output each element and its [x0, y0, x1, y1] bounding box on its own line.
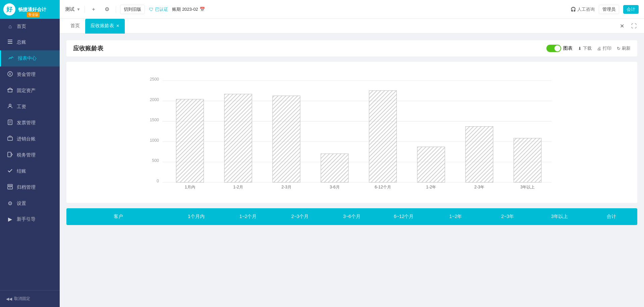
y-label-1500: 1500 [150, 118, 159, 122]
salary-icon [7, 103, 13, 110]
add-button[interactable]: + [89, 5, 98, 14]
certified-label: 已认证 [155, 6, 168, 12]
home-icon: ⌂ [7, 24, 13, 30]
toggle-thumb [554, 45, 560, 51]
sidebar: 好 畅捷通好会计 专业版 ⌂ 首页 总账 报表中心 ¥ 资金管理 [0, 0, 60, 307]
bar-2-3month [273, 96, 300, 182]
sidebar-item-salary[interactable]: 工资 [0, 99, 60, 115]
topbar-divider-1 [85, 6, 85, 13]
bar-6-12month [369, 91, 396, 182]
download-label: 下载 [583, 45, 592, 51]
page-title: 应收账龄表 [73, 44, 103, 52]
sidebar-item-invoice[interactable]: 发票管理 [0, 115, 60, 131]
service-btn[interactable]: 🎧 人工咨询 [571, 6, 595, 12]
close-tab-btn[interactable]: ✕ [617, 21, 627, 31]
x-label-3year-plus: 3年以上 [520, 185, 535, 189]
th-1month: 1个月内 [170, 208, 222, 225]
gear-icon: ⚙ [105, 6, 109, 12]
x-label-2-3month: 2-3月 [281, 185, 291, 189]
th-3year-plus: 3年以上 [534, 208, 586, 225]
certified-status: 🛡 已认证 [149, 6, 168, 12]
svg-rect-11 [8, 137, 12, 140]
table-header: 客户 1个月内 1~2个月 2~3个月 3~6个月 6~12个月 1~2年 2~… [66, 208, 637, 225]
add-icon: + [92, 6, 95, 12]
manager-label: 管理员 [602, 7, 615, 12]
x-label-2-3year: 2-3年 [474, 185, 484, 189]
sidebar-label-guide: 新手引导 [17, 216, 36, 222]
sidebar-label-archive: 归档管理 [17, 184, 36, 190]
switch-old-btn[interactable]: 切到旧版 [120, 5, 145, 14]
sidebar-item-closing[interactable]: 结账 [0, 163, 60, 179]
sidebar-item-finance[interactable]: ¥ 资金管理 [0, 67, 60, 83]
th-1-2year: 1~2年 [430, 208, 482, 225]
sidebar-item-settings[interactable]: ⚙ 设置 [0, 195, 60, 211]
expand-tab-btn[interactable]: ⛶ [629, 21, 639, 31]
sidebar-item-purchase[interactable]: 进销台账 [0, 131, 60, 147]
page-header: 应收账龄表 图表 ⬇ 下载 🖨 打印 ↻ 刷新 [66, 40, 637, 56]
sidebar-label-home: 首页 [17, 24, 26, 30]
bar-chart: 0 500 1000 1500 2000 2500 [73, 69, 631, 196]
logo-main: 畅捷通好会计 [18, 7, 46, 12]
refresh-label: 刷新 [622, 45, 631, 51]
shield-icon: 🛡 [149, 7, 154, 12]
chart-toggle[interactable]: 图表 [546, 45, 573, 52]
refresh-btn[interactable]: ↻ 刷新 [617, 45, 631, 51]
toggle-track[interactable] [546, 45, 561, 52]
svg-rect-2 [8, 43, 12, 44]
settings-button[interactable]: ⚙ [102, 5, 112, 14]
calendar-icon: 📅 [200, 7, 205, 12]
y-label-2500: 2500 [150, 77, 159, 82]
sidebar-bottom: ◀◀ 取消固定 [0, 290, 60, 307]
x-label-1-2month: 1-2月 [233, 185, 243, 189]
header-actions: 图表 ⬇ 下载 🖨 打印 ↻ 刷新 [546, 45, 631, 52]
x-label-3-6month: 3-6月 [330, 185, 340, 189]
svg-rect-5 [8, 89, 12, 92]
tab-home[interactable]: 首页 [65, 19, 85, 34]
invoice-icon [7, 120, 13, 126]
chart-toggle-label: 图表 [563, 45, 573, 51]
project-dropdown-icon: ▼ [76, 7, 80, 12]
tab-aging-label: 应收账龄表 [91, 23, 114, 29]
sidebar-label-assets: 固定资产 [17, 88, 36, 94]
tab-aging[interactable]: 应收账龄表 ✕ [85, 19, 125, 34]
sidebar-label-purchase: 进销台账 [17, 136, 36, 142]
tab-aging-close-icon[interactable]: ✕ [116, 24, 119, 28]
archive-icon [7, 184, 13, 191]
sidebar-label-tax: 税务管理 [17, 152, 36, 158]
sidebar-label-settings: 设置 [17, 201, 26, 207]
sidebar-label-reports: 报表中心 [18, 55, 37, 61]
svg-rect-12 [8, 152, 11, 157]
assets-icon [7, 87, 13, 94]
finance-icon: ¥ [7, 71, 13, 78]
download-icon: ⬇ [578, 46, 582, 51]
print-btn[interactable]: 🖨 打印 [597, 45, 611, 51]
th-customer: 客户 [66, 208, 170, 225]
bar-1month [176, 99, 204, 182]
manager-btn[interactable]: 管理员 [599, 5, 619, 14]
purchase-icon [7, 136, 13, 142]
sidebar-item-assets[interactable]: 固定资产 [0, 83, 60, 99]
content-area: 应收账龄表 图表 ⬇ 下载 🖨 打印 ↻ 刷新 [60, 34, 644, 307]
settings-icon: ⚙ [7, 200, 13, 207]
sidebar-item-home[interactable]: ⌂ 首页 [0, 19, 60, 34]
sidebar-item-ledger[interactable]: 总账 [0, 34, 60, 50]
print-label: 打印 [603, 45, 611, 51]
x-label-1month: 1月内 [185, 185, 195, 189]
ledger-icon [7, 39, 13, 46]
svg-point-6 [9, 104, 11, 106]
tab-home-label: 首页 [70, 23, 80, 29]
download-btn[interactable]: ⬇ 下载 [578, 45, 592, 51]
cancel-fixed-btn[interactable]: ◀◀ 取消固定 [3, 294, 56, 304]
project-selector[interactable]: 测试 ▼ [65, 6, 80, 12]
sidebar-item-guide[interactable]: ▶ 新手引导 [0, 211, 60, 227]
sidebar-item-tax[interactable]: 税务管理 [0, 147, 60, 163]
logo-icon: 好 [3, 3, 15, 15]
th-3-6month: 3~6个月 [326, 208, 378, 225]
period-display: 账期 2023-02 📅 [172, 6, 205, 12]
svg-rect-0 [8, 40, 12, 40]
sidebar-item-archive[interactable]: 归档管理 [0, 179, 60, 195]
refresh-icon: ↻ [617, 46, 621, 51]
sidebar-label-closing: 结账 [17, 168, 26, 174]
sidebar-item-reports[interactable]: 报表中心 [0, 50, 60, 67]
y-label-2000: 2000 [150, 97, 159, 102]
